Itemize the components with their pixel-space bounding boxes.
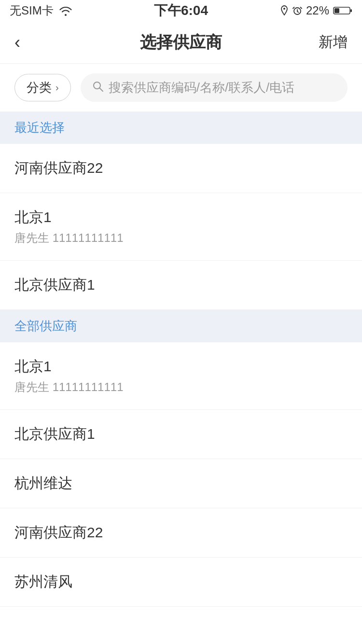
alarm-icon	[292, 5, 302, 16]
recent-section-title: 最近选择	[14, 120, 65, 135]
list-item[interactable]: 北京供应商1	[0, 261, 362, 310]
category-filter-button[interactable]: 分类 ›	[14, 74, 71, 101]
search-placeholder-text: 搜索供应商编码/名称/联系人/电话	[109, 79, 295, 96]
filter-bar: 分类 › 搜索供应商编码/名称/联系人/电话	[0, 64, 362, 112]
status-right: 22%	[280, 4, 352, 17]
all-list: 北京1唐先生 11111111111北京供应商1杭州维达河南供应商22苏州清风	[0, 342, 362, 607]
status-left: 无SIM卡	[10, 3, 73, 18]
location-icon	[280, 5, 289, 16]
supplier-name: 苏州清风	[14, 572, 348, 592]
supplier-name: 杭州维达	[14, 474, 348, 493]
back-button[interactable]: ‹	[14, 32, 43, 53]
list-item[interactable]: 北京供应商1	[0, 410, 362, 459]
all-section-header: 全部供应商	[0, 310, 362, 342]
category-label: 分类	[27, 79, 52, 96]
chevron-right-icon: ›	[56, 82, 59, 93]
list-item[interactable]: 杭州维达	[0, 459, 362, 508]
svg-line-6	[99, 88, 103, 91]
recent-section-header: 最近选择	[0, 112, 362, 144]
list-item[interactable]: 河南供应商22	[0, 144, 362, 193]
status-bar: 无SIM卡 下午6:04 22%	[0, 0, 362, 21]
supplier-name: 北京1	[14, 357, 348, 377]
list-item[interactable]: 河南供应商22	[0, 508, 362, 558]
supplier-name: 北京供应商1	[14, 424, 348, 444]
list-item[interactable]: 北京1唐先生 11111111111	[0, 342, 362, 410]
supplier-name: 河南供应商22	[14, 158, 348, 178]
svg-point-0	[283, 8, 285, 10]
all-section-title: 全部供应商	[14, 319, 77, 333]
supplier-name: 河南供应商22	[14, 523, 348, 543]
supplier-contact: 唐先生 11111111111	[14, 379, 348, 395]
recent-list: 河南供应商22北京1唐先生 11111111111北京供应商1	[0, 144, 362, 310]
list-item[interactable]: 苏州清风	[0, 558, 362, 607]
svg-rect-3	[350, 9, 352, 12]
status-time: 下午6:04	[154, 1, 208, 20]
svg-rect-4	[334, 8, 339, 13]
supplier-name: 北京1	[14, 208, 348, 227]
search-box[interactable]: 搜索供应商编码/名称/联系人/电话	[81, 73, 348, 102]
supplier-name: 北京供应商1	[14, 275, 348, 295]
carrier-text: 无SIM卡	[10, 3, 54, 18]
wifi-icon	[58, 5, 73, 16]
add-button[interactable]: 新增	[319, 32, 348, 52]
supplier-contact: 唐先生 11111111111	[14, 230, 348, 246]
battery-icon	[333, 6, 352, 15]
list-item[interactable]: 北京1唐先生 11111111111	[0, 193, 362, 261]
search-icon	[92, 81, 104, 95]
battery-text: 22%	[306, 4, 329, 17]
nav-bar: ‹ 选择供应商 新增	[0, 21, 362, 64]
page-title: 选择供应商	[140, 31, 222, 54]
